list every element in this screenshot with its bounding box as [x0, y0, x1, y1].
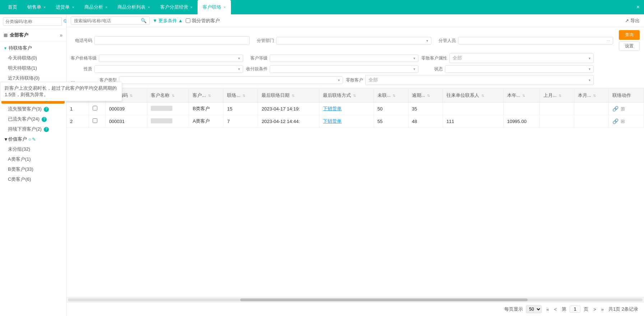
filter-row-2: 客户价格等级 ▾ 客户等级 ▾ 零散客户属性 全部 [71, 53, 640, 63]
declining-info-icon[interactable]: ? [44, 127, 49, 132]
sidebar-item-tomorrow[interactable]: 明天待联络(1) [0, 63, 66, 73]
row-no: 1 [66, 103, 89, 115]
last-method-link[interactable]: 下销货单 [323, 118, 342, 124]
sidebar-collapse-btn[interactable]: » [60, 32, 62, 38]
toolbar-search-icon[interactable]: 🔍 [141, 18, 147, 23]
nav-close-purchase[interactable]: × [72, 5, 74, 9]
content-area: 🔍 ▼ 更多条件 ▲ 我分管的客户 ↗ 导出 电话号码 [66, 14, 644, 316]
col-uncontact-sort[interactable]: ⇅ [393, 94, 395, 98]
type-b-label: B类客户(33) [8, 166, 33, 172]
status-label: 状态 [421, 66, 443, 72]
filter-row-1: 电话号码 分管部门 ▾ 分管人员 ··· [71, 30, 640, 51]
col-this-year-sort[interactable]: ⇅ [522, 94, 525, 98]
customer-type-select[interactable]: ▾ [119, 76, 343, 84]
week-label: 近7天待联络(0) [8, 75, 40, 81]
nav-item-sales[interactable]: 销售单 × [22, 0, 51, 14]
dept-select[interactable]: ▾ [276, 37, 431, 44]
sidebar-item-unclassified[interactable]: 未分组(32) [0, 144, 66, 154]
next-page-btn[interactable]: > [592, 306, 598, 313]
per-page-select[interactable]: 50 [526, 305, 542, 313]
sidebar-search-input[interactable] [3, 17, 62, 26]
window-close-button[interactable]: × [636, 4, 640, 10]
col-this-month-sort[interactable]: ⇅ [593, 94, 596, 98]
col-contact-person-sort[interactable]: ⇅ [481, 94, 484, 98]
action-link-icon[interactable]: 🔗 [612, 118, 618, 124]
nav-item-home[interactable]: 首页 [3, 0, 22, 14]
col-name: 客户名称 ⇅ [147, 88, 189, 103]
col-name-sort[interactable]: ⇅ [172, 94, 175, 98]
payment-arrow: ▾ [413, 67, 415, 71]
nav-item-product-analysis[interactable]: 商品分析 × [79, 0, 112, 14]
churned-info-icon[interactable]: ? [42, 117, 47, 122]
col-this-year-label: 本年... [507, 93, 520, 98]
prev-page-btn[interactable]: < [552, 306, 559, 313]
retail-customer-select[interactable]: 全部 ▾ [365, 75, 594, 85]
row-checkbox[interactable] [89, 115, 105, 128]
sidebar-item-churn-warning[interactable]: 流失预警客户(3) ? [0, 104, 66, 114]
last-method-link[interactable]: 下销货单 [323, 106, 342, 111]
action-menu-icon[interactable]: ⊞ [621, 106, 625, 112]
col-last-date-sort[interactable]: ⇅ [292, 94, 295, 98]
price-level-select[interactable]: ▾ [99, 55, 243, 62]
row-last-method: 下销货单 [319, 115, 374, 128]
more-conditions-btn[interactable]: ▼ 更多条件 ▲ [153, 18, 183, 24]
sidebar-item-type-c[interactable]: C类客户(6) [0, 174, 66, 184]
col-contact-sort[interactable]: ⇅ [242, 94, 245, 98]
sidebar-item-type-b[interactable]: B类客户(33) [0, 164, 66, 174]
col-code-sort[interactable]: ⇅ [130, 94, 133, 98]
horizontal-scrollbar[interactable] [66, 297, 644, 302]
churn-warning-info-icon[interactable]: ? [44, 107, 49, 112]
customer-level-select[interactable]: ▾ [270, 55, 418, 62]
nav-close-product-list[interactable]: × [148, 5, 150, 9]
settings-btn[interactable]: 设置 [619, 41, 640, 51]
action-link-icon[interactable]: 🔗 [612, 106, 618, 112]
person-down-arrow: ··· [607, 39, 610, 43]
nav-item-product-list[interactable]: 商品分析列表 × [112, 0, 155, 14]
value-group-add-icon[interactable]: ✎ [32, 137, 36, 142]
query-btn[interactable]: 查询 [619, 30, 640, 40]
sidebar-all-customers-header[interactable]: ⊞ 全部客户 » [0, 29, 66, 42]
col-type-sort[interactable]: ⇅ [208, 94, 211, 98]
page-number-input[interactable] [570, 306, 580, 313]
person-select[interactable]: ··· [458, 37, 613, 44]
export-btn[interactable]: ↗ 导出 [625, 18, 640, 24]
sidebar-pending-group[interactable]: ▼ 待联络客户 [0, 43, 66, 53]
nav-item-customer-tier[interactable]: 客户分层经营 × [155, 0, 198, 14]
nav-close-sales[interactable]: × [43, 5, 46, 9]
sidebar-item-churned[interactable]: 已流失客户(24) ? [0, 114, 66, 124]
status-select[interactable]: ▾ [445, 65, 594, 73]
value-group-edit-icon[interactable]: ○ [28, 137, 31, 142]
col-last-method-sort[interactable]: ⇅ [353, 94, 356, 98]
gender-label: 性质 [71, 66, 92, 72]
my-customers-checkbox[interactable] [186, 18, 190, 23]
row-checkbox[interactable] [89, 103, 105, 115]
col-last-month-sort[interactable]: ⇅ [559, 94, 561, 98]
sidebar-item-type-a[interactable]: A类客户(1) [0, 154, 66, 164]
sidebar-item-today[interactable]: 今天待联络(0) [0, 53, 66, 63]
row-contact-person: 111 [443, 115, 503, 128]
row-overdue: 35 [408, 103, 443, 115]
sidebar-value-group[interactable]: ▼ 价值客户 ○ ✎ [0, 134, 66, 144]
grid-icon: ⊞ [4, 33, 8, 38]
nav-close-customer-contact[interactable]: × [223, 5, 226, 9]
retail-attr-select[interactable]: 全部 ▾ [449, 53, 594, 63]
nav-item-customer-contact[interactable]: 客户联络 × [198, 0, 231, 14]
search-input[interactable] [74, 18, 141, 23]
sidebar-item-declining[interactable]: 持续下滑客户(2) ? [0, 124, 66, 134]
nav-item-purchase[interactable]: 进货单 × [51, 0, 79, 14]
payment-select[interactable]: ▾ [270, 65, 418, 73]
nav-close-customer-tier[interactable]: × [190, 5, 193, 9]
action-menu-icon[interactable]: ⊞ [621, 118, 625, 124]
filter-row-4: ... 客户类型 ▾ 零散客户 全部 ▾ [71, 75, 640, 85]
scrollbar-thumb[interactable] [240, 298, 528, 301]
row-last-date: 2023-04-17 14:19: [258, 103, 319, 115]
first-page-btn[interactable]: « [545, 306, 551, 313]
nav-close-product-analysis[interactable]: × [105, 5, 107, 9]
last-page-btn[interactable]: » [599, 306, 606, 313]
phone-input[interactable] [94, 36, 250, 45]
row-overdue: 48 [408, 115, 443, 128]
col-overdue-sort[interactable]: ⇅ [427, 94, 430, 98]
more-conditions-arrow: ▲ [178, 18, 183, 23]
gender-select[interactable]: ▾ [94, 65, 243, 73]
gender-arrow: ▾ [238, 67, 240, 71]
